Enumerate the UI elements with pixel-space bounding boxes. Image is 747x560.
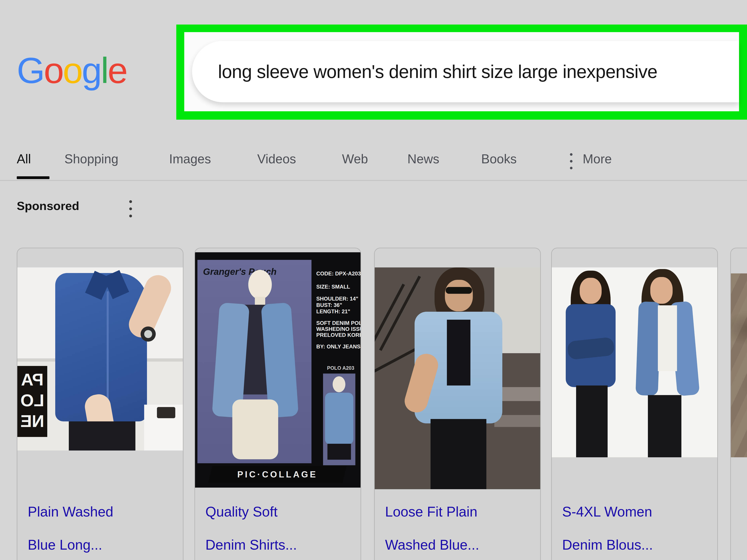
denim-shirt-back-shape	[325, 393, 353, 444]
mannequin-hip-shape	[232, 400, 278, 459]
photo-spec-text: WASHED/NO ISSUE	[316, 326, 360, 332]
ad-card[interactable]: Loose Fit Plain Washed Blue...	[374, 248, 541, 560]
ad-title[interactable]: S-4XL Women Denim Blous...	[562, 495, 653, 560]
tab-images[interactable]: Images	[169, 152, 211, 166]
tab-more[interactable]: More	[583, 152, 612, 166]
photo-spec-text: SOFT DENIM POLO	[316, 320, 360, 326]
ad-card[interactable]	[730, 248, 747, 560]
cami-shape	[447, 320, 470, 385]
ad-title-line[interactable]: Blue Long...	[28, 528, 113, 560]
product-image[interactable]: PA LO NE	[17, 268, 183, 451]
sign-line: NE	[17, 411, 47, 431]
active-tab-underline	[17, 176, 49, 179]
logo-letter: G	[17, 52, 44, 88]
logo-letter: g	[82, 52, 101, 88]
face-shape	[580, 278, 602, 304]
photo-spec-text: BUST: 36"	[316, 302, 360, 308]
sign-line: PA	[17, 369, 47, 390]
photo-spec-text: BY: ONLY JEANS	[316, 343, 360, 350]
logo-letter: l	[101, 52, 107, 88]
white-top-shape	[658, 305, 677, 371]
ad-title-line[interactable]: Denim Shirts...	[205, 528, 297, 560]
shorts-shape	[328, 444, 351, 460]
photo-spec-text: SIZE: SMALL	[316, 284, 360, 290]
ad-title-line[interactable]: Denim Blous...	[562, 528, 653, 560]
more-options-icon[interactable]	[570, 153, 572, 172]
search-area: long sleeve women's denim shirt size lar…	[184, 32, 739, 111]
pants-shape	[576, 385, 608, 457]
photo-spec-text: LENGTH: 21"	[316, 308, 360, 315]
product-image[interactable]: Granger's Pouch CODE: DPX-A203 SIZE: SMA…	[195, 252, 361, 488]
back-view-inset	[323, 374, 355, 465]
photo-sign: PA LO NE	[17, 366, 47, 437]
mannequin-head-shape	[248, 270, 272, 299]
ad-card[interactable]: Granger's Pouch CODE: DPX-A203 SIZE: SMA…	[195, 248, 361, 560]
product-image[interactable]	[731, 274, 747, 457]
tab-videos[interactable]: Videos	[257, 152, 296, 166]
photo-spec-text: SHOULDER: 14"	[316, 296, 360, 302]
pants-shape	[69, 422, 135, 451]
sponsored-menu-icon[interactable]	[129, 200, 132, 220]
photo-sku-text: POLO A203	[327, 365, 354, 371]
photo-spec-text: PRELOVED KOREA	[316, 332, 360, 338]
search-input[interactable]: long sleeve women's denim shirt size lar…	[192, 41, 739, 102]
sign-line: LO	[17, 390, 47, 411]
shirt-placket	[107, 291, 109, 415]
sunglasses-shape	[446, 287, 472, 294]
product-image[interactable]	[552, 268, 717, 457]
google-logo[interactable]: Google	[17, 52, 127, 88]
highlight-frame: long sleeve women's denim shirt size lar…	[176, 25, 747, 120]
sponsored-label: Sponsored	[17, 199, 79, 213]
ad-card[interactable]: PA LO NE Plain Washed Blue Long...	[17, 248, 183, 560]
ad-title-line[interactable]: Washed Blue...	[385, 528, 479, 560]
pants-shape	[648, 395, 681, 457]
ad-card[interactable]: S-4XL Women Denim Blous...	[551, 248, 718, 560]
pic-collage-watermark: PIC·COLLAGE	[208, 466, 346, 483]
face-shape	[445, 280, 473, 311]
ad-title[interactable]: Loose Fit Plain Washed Blue...	[385, 495, 479, 560]
photo-spec-text: CODE: DPX-A203	[316, 271, 360, 277]
mannequin-head-shape	[333, 376, 345, 392]
ad-title[interactable]: Plain Washed Blue Long...	[28, 495, 113, 560]
tab-books[interactable]: Books	[481, 152, 517, 166]
logo-letter: o	[44, 52, 63, 88]
product-image[interactable]	[375, 268, 540, 489]
tab-web[interactable]: Web	[342, 152, 368, 166]
tabs-divider	[0, 180, 747, 181]
ad-title-line[interactable]: S-4XL Women	[562, 495, 653, 528]
tab-news[interactable]: News	[407, 152, 439, 166]
pants-shape	[431, 419, 486, 489]
tab-shopping[interactable]: Shopping	[65, 152, 118, 166]
search-query-text: long sleeve women's denim shirt size lar…	[218, 41, 657, 102]
denim-shirt-shape	[636, 301, 661, 396]
logo-letter: o	[63, 52, 82, 88]
step-shape	[494, 415, 540, 427]
ad-title-line[interactable]: Loose Fit Plain	[385, 495, 479, 528]
camera-shape	[157, 407, 175, 418]
ad-title-line[interactable]: Plain Washed	[28, 495, 113, 528]
face-shape	[650, 277, 673, 304]
ad-title[interactable]: Quality Soft Denim Shirts...	[205, 495, 297, 560]
photo-background: Granger's Pouch	[198, 260, 311, 463]
google-search-results-page: Google long sleeve women's denim shirt s…	[0, 0, 747, 560]
tab-all[interactable]: All	[17, 152, 31, 166]
logo-letter: e	[108, 52, 127, 88]
ad-title-line[interactable]: Quality Soft	[205, 495, 297, 528]
wristwatch-shape	[140, 327, 156, 341]
